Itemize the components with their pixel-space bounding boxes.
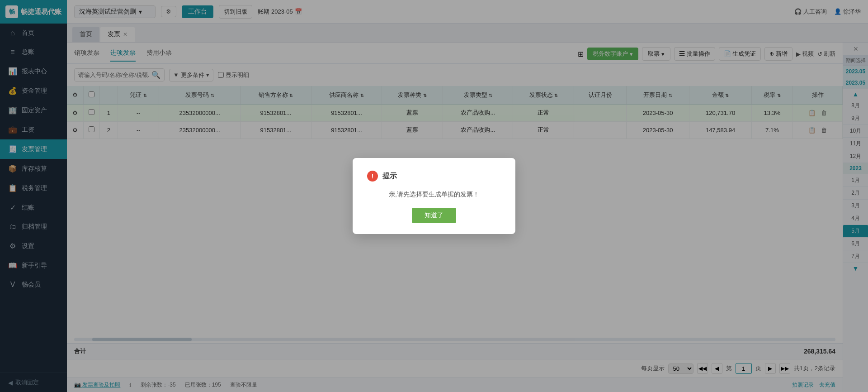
modal-dialog: ! 提示 亲,请先选择要生成单据的发票！ 知道了 bbox=[353, 158, 515, 234]
modal-body: 亲,请先选择要生成单据的发票！ bbox=[367, 189, 501, 201]
modal-confirm-button[interactable]: 知道了 bbox=[412, 208, 456, 223]
modal-footer: 知道了 bbox=[367, 208, 501, 223]
modal-title: 提示 bbox=[382, 172, 397, 181]
modal-overlay[interactable]: ! 提示 亲,请先选择要生成单据的发票！ 知道了 bbox=[0, 0, 868, 392]
warning-icon: ! bbox=[367, 171, 378, 182]
modal-title-row: ! 提示 bbox=[367, 171, 501, 182]
